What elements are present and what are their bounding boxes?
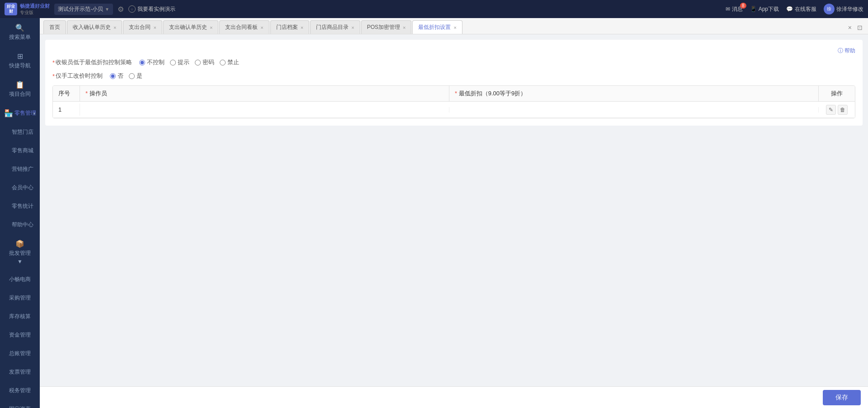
app-download-label: App下载 bbox=[759, 5, 779, 13]
tab-payment-contract-close[interactable]: × bbox=[153, 25, 156, 30]
col-header-discount: * 最低折扣（9.00等于9折） bbox=[449, 86, 819, 101]
radio-tip[interactable]: 提示 bbox=[170, 58, 189, 66]
project-selector[interactable]: 测试分开示范-小贝 ▼ bbox=[54, 4, 113, 15]
discount-policy-options: 不控制 提示 密码 禁止 bbox=[139, 58, 239, 66]
sidebar-item-wholesale[interactable]: 📦 批发管理 bbox=[0, 234, 40, 270]
sidebar-item-smart-store[interactable]: 智慧门店 bbox=[0, 123, 40, 141]
user-name: 徐泽华修改 bbox=[836, 5, 863, 13]
tab-payment-board-close[interactable]: × bbox=[260, 25, 263, 30]
tab-store-file[interactable]: 门店档案 × bbox=[270, 20, 309, 34]
sidebar-item-marketing[interactable]: 营销推广 bbox=[0, 160, 40, 178]
save-button[interactable]: 保存 bbox=[823, 390, 861, 405]
tab-income-confirm-label: 收入确认单历史 bbox=[73, 23, 111, 31]
sidebar-item-help[interactable]: 帮助中心 bbox=[0, 216, 40, 234]
sidebar-item-search[interactable]: 🔍 搜索菜单 bbox=[0, 18, 40, 47]
sidebar-label-retail: 零售管理 bbox=[14, 109, 36, 117]
topbar-right: ✉ 消息 8 📱 App下载 💬 在线客服 徐 徐泽华修改 bbox=[726, 4, 863, 14]
settings-icon[interactable]: ⚙ bbox=[118, 5, 124, 14]
sidebar-item-purchase[interactable]: 采购管理 bbox=[0, 289, 40, 307]
sidebar-label-online-store: 零售商城 bbox=[12, 147, 33, 155]
sidebar-label-member: 会员中心 bbox=[12, 184, 33, 192]
required-star-2: * bbox=[52, 73, 55, 80]
radio-yes[interactable]: 是 bbox=[129, 72, 142, 80]
radio-no-input[interactable] bbox=[110, 73, 116, 79]
tab-home[interactable]: 首页 bbox=[43, 20, 66, 34]
tab-payment-contract-label: 支出合同 bbox=[129, 23, 151, 31]
radio-yes-input[interactable] bbox=[129, 73, 135, 79]
tab-close-button[interactable]: × bbox=[846, 23, 854, 32]
tab-payment-board[interactable]: 支出合同看板 × bbox=[219, 20, 269, 34]
tab-payment-confirm-close[interactable]: × bbox=[210, 25, 212, 30]
main-layout: 🔍 搜索菜单 ⊞ 快捷导航 📋 项目合同 🏪 零售管理 智慧门店 零售商城 营销… bbox=[0, 18, 868, 408]
retail-icon: 🏪 bbox=[4, 109, 13, 117]
sidebar-item-ledger[interactable]: 总账管理 bbox=[0, 344, 40, 363]
delete-button-1[interactable]: 🗑 bbox=[838, 105, 848, 115]
required-star-discount: * bbox=[455, 90, 457, 97]
messages-badge: 8 bbox=[740, 3, 746, 9]
logo-icon: 好业财 bbox=[5, 3, 17, 15]
topbar: 好业财 畅捷通好业财 专业版 测试分开示范-小贝 ▼ ⚙ ○ 我要看实例演示 ✉… bbox=[0, 0, 868, 18]
sidebar-item-inventory[interactable]: 库存核算 bbox=[0, 307, 40, 326]
tab-payment-confirm[interactable]: 支出确认单历史 × bbox=[163, 20, 218, 34]
manual-price-row: * 仅手工改价时控制 否 是 bbox=[52, 72, 855, 80]
help-link[interactable]: ⓘ 帮助 bbox=[838, 47, 855, 55]
online-service-button[interactable]: 💬 在线客服 bbox=[786, 5, 816, 13]
tab-restore-button[interactable]: ⊡ bbox=[855, 23, 864, 32]
sidebar-label-ledger: 总账管理 bbox=[9, 350, 31, 357]
td-discount-1 bbox=[449, 107, 819, 113]
tab-pos-password-label: POS加密管理 bbox=[367, 23, 400, 31]
tab-controls: × ⊡ bbox=[846, 23, 864, 34]
manual-price-label: * 仅手工改价时控制 bbox=[52, 72, 103, 80]
tab-income-confirm-close[interactable]: × bbox=[113, 25, 116, 30]
table-row: 1 ✎ 🗑 bbox=[53, 102, 855, 118]
radio-no-control-input[interactable] bbox=[139, 60, 145, 66]
tab-pos-password[interactable]: POS加密管理 × bbox=[361, 20, 412, 34]
demo-link[interactable]: ○ 我要看实例演示 bbox=[128, 5, 175, 13]
sidebar-item-finance[interactable]: 资金管理 bbox=[0, 326, 40, 344]
sidebar-label-ecommerce: 小畅电商 bbox=[9, 276, 31, 283]
radio-password-input[interactable] bbox=[195, 60, 201, 66]
content-area: 首页 收入确认单历史 × 支出合同 × 支出确认单历史 × 支出合同看板 × 门… bbox=[40, 18, 868, 408]
tab-store-file-label: 门店档案 bbox=[276, 23, 298, 31]
tab-income-confirm[interactable]: 收入确认单历史 × bbox=[67, 20, 122, 34]
radio-no-control[interactable]: 不控制 bbox=[139, 58, 165, 66]
sidebar-item-shortcut[interactable]: ⊞ 快捷导航 bbox=[0, 47, 40, 75]
tab-pos-password-close[interactable]: × bbox=[403, 25, 406, 30]
messages-button[interactable]: ✉ 消息 8 bbox=[726, 5, 743, 13]
sidebar-item-tax[interactable]: 税务管理 bbox=[0, 381, 40, 400]
sidebar-item-retail-stat[interactable]: 零售统计 bbox=[0, 197, 40, 216]
help-circle-icon: ⓘ bbox=[838, 47, 843, 55]
sidebar-item-member[interactable]: 会员中心 bbox=[0, 178, 40, 197]
tab-payment-contract[interactable]: 支出合同 × bbox=[123, 20, 162, 34]
sidebar-item-project[interactable]: 📋 项目合同 bbox=[0, 75, 40, 103]
app-version: 专业版 bbox=[20, 9, 50, 16]
tab-min-discount-close[interactable]: × bbox=[453, 25, 456, 30]
radio-no[interactable]: 否 bbox=[110, 72, 123, 80]
tab-store-products-close[interactable]: × bbox=[351, 25, 354, 30]
sidebar-item-ecommerce[interactable]: 小畅电商 bbox=[0, 270, 40, 289]
radio-forbid[interactable]: 禁止 bbox=[220, 58, 239, 66]
sidebar-label-invoice: 发票管理 bbox=[9, 368, 31, 376]
tab-store-products[interactable]: 门店商品目录 × bbox=[310, 20, 360, 34]
tab-home-label: 首页 bbox=[49, 23, 60, 31]
tab-min-discount[interactable]: 最低折扣设置 × bbox=[412, 20, 462, 34]
project-name: 测试分开示范-小贝 bbox=[58, 5, 103, 13]
sidebar-label-marketing: 营销推广 bbox=[12, 165, 33, 173]
app-download-button[interactable]: 📱 App下载 bbox=[750, 5, 779, 13]
user-menu-button[interactable]: 徐 徐泽华修改 bbox=[824, 4, 863, 14]
radio-password[interactable]: 密码 bbox=[195, 58, 214, 66]
tab-store-file-close[interactable]: × bbox=[301, 25, 303, 30]
tab-payment-board-label: 支出合同看板 bbox=[225, 23, 258, 31]
sidebar-item-fixed-asset[interactable]: 固定资产 bbox=[0, 400, 40, 408]
help-label: 帮助 bbox=[844, 47, 855, 55]
radio-no-control-label: 不控制 bbox=[147, 58, 165, 66]
radio-forbid-input[interactable] bbox=[220, 60, 226, 66]
sidebar-item-online-store[interactable]: 零售商城 bbox=[0, 141, 40, 160]
sidebar-item-invoice[interactable]: 发票管理 bbox=[0, 363, 40, 381]
radio-tip-input[interactable] bbox=[170, 60, 176, 66]
service-icon: 💬 bbox=[786, 6, 793, 12]
sidebar-item-retail[interactable]: 🏪 零售管理 bbox=[0, 103, 40, 123]
discount-table: 序号 * 操作员 * 最低折扣（9.00等于9折） 操作 1 bbox=[52, 85, 855, 118]
edit-button-1[interactable]: ✎ bbox=[826, 105, 836, 115]
settings-card: ⓘ 帮助 * 收银员低于最低折扣控制策略 不控制 bbox=[45, 40, 863, 126]
